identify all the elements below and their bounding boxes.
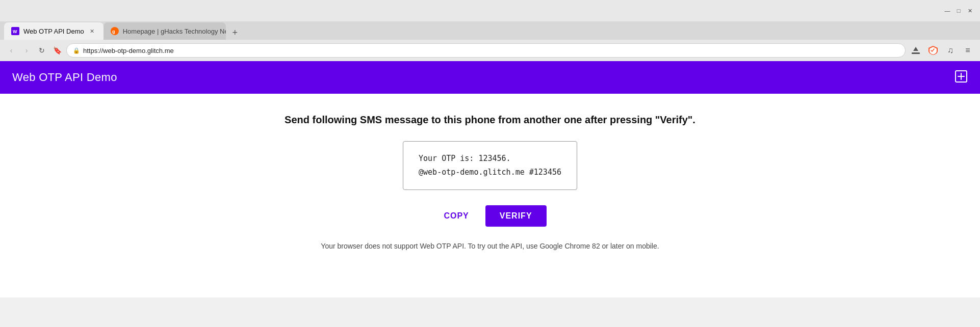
new-tab-button[interactable]: +	[228, 25, 242, 40]
reload-button[interactable]: ↻	[36, 44, 48, 57]
lock-icon: 🔒	[73, 47, 80, 54]
instruction-text: Send following SMS message to this phone…	[285, 114, 695, 126]
sms-message-box: Your OTP is: 123456. @web-otp-demo.glitc…	[403, 141, 577, 190]
app-header: Web OTP API Demo	[0, 61, 980, 94]
address-bar: ‹ › ↻ 🔖 🔒 https://web-otp-demo.glitch.me	[0, 40, 980, 61]
tab-ghacks[interactable]: g Homepage | gHacks Technology News	[104, 22, 226, 40]
sms-line-1: Your OTP is: 123456.	[419, 152, 561, 166]
tab-close-1[interactable]: ✕	[88, 27, 96, 35]
bookmark-button[interactable]: 🔖	[51, 44, 63, 57]
tab-favicon-2: g	[111, 27, 119, 35]
install-button[interactable]	[955, 70, 968, 85]
svg-marker-5	[913, 47, 918, 51]
url-bar[interactable]: 🔒 https://web-otp-demo.glitch.me	[66, 43, 906, 58]
window-controls: — □ ✕	[943, 7, 974, 15]
maximize-button[interactable]: □	[955, 7, 963, 15]
download-button[interactable]	[909, 43, 923, 58]
media-button[interactable]: ♫	[943, 43, 958, 58]
verify-button[interactable]: VERIFY	[485, 205, 547, 227]
menu-button[interactable]: ≡	[961, 43, 975, 58]
sms-line-2: @web-otp-demo.glitch.me #123456	[419, 166, 561, 179]
tabs-bar: W Web OTP API Demo ✕ g Homepage | gHacks…	[0, 21, 980, 40]
url-text: https://web-otp-demo.glitch.me	[83, 47, 174, 54]
tab-favicon-1: W	[11, 27, 19, 35]
brave-shield-button[interactable]	[926, 43, 940, 58]
back-button[interactable]: ‹	[5, 44, 17, 57]
title-bar: — □ ✕	[0, 0, 980, 21]
minimize-button[interactable]: —	[943, 7, 951, 15]
svg-text:g: g	[112, 29, 115, 34]
button-row: COPY VERIFY	[433, 205, 546, 227]
tab-label-1: Web OTP API Demo	[23, 28, 84, 35]
toolbar-right: ♫ ≡	[909, 43, 975, 58]
support-text: Your browser does not support Web OTP AP…	[321, 242, 659, 250]
tab-web-otp[interactable]: W Web OTP API Demo ✕	[4, 22, 104, 40]
tab-label-2: Homepage | gHacks Technology News	[123, 28, 226, 35]
browser-chrome: — □ ✕ W Web OTP API Demo ✕ g	[0, 0, 980, 61]
copy-button[interactable]: COPY	[433, 206, 479, 226]
main-content: Send following SMS message to this phone…	[0, 94, 980, 297]
close-button[interactable]: ✕	[966, 7, 974, 15]
svg-text:W: W	[13, 29, 17, 34]
app-title: Web OTP API Demo	[12, 71, 117, 84]
svg-rect-4	[912, 52, 920, 54]
forward-button[interactable]: ›	[20, 44, 33, 57]
